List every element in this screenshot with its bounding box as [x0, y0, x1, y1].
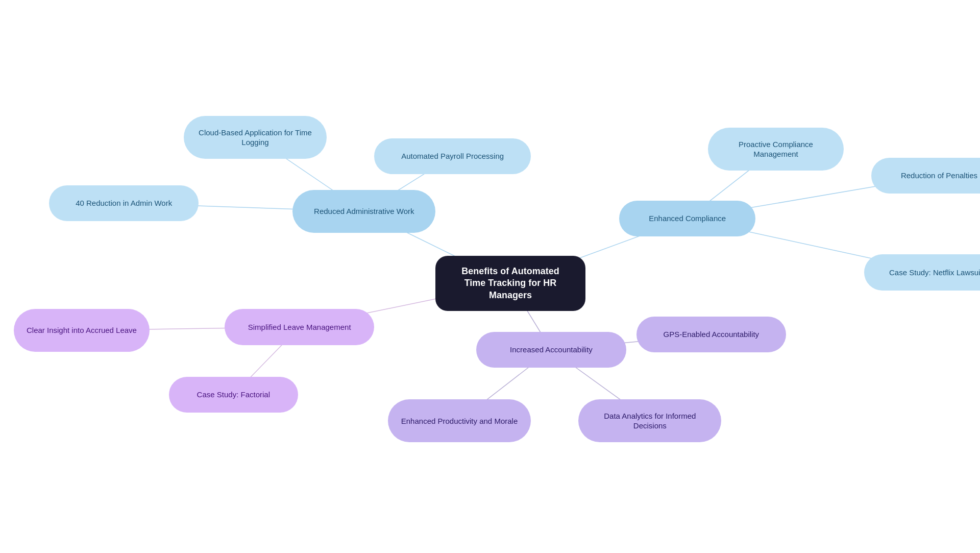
gps-enabled-node: GPS-Enabled Accountability — [636, 317, 786, 352]
enhanced-productivity-node: Enhanced Productivity and Morale — [388, 399, 531, 442]
reduction-penalties-node: Reduction of Penalties — [871, 158, 980, 194]
automated-payroll-node: Automated Payroll Processing — [374, 138, 531, 174]
enhanced-compliance-node: Enhanced Compliance — [619, 201, 755, 236]
40-reduction-node: 40 Reduction in Admin Work — [49, 185, 199, 221]
case-study-netflix-node: Case Study: Netflix Lawsuit — [864, 254, 980, 290]
simplified-leave-node: Simplified Leave Management — [225, 309, 374, 345]
proactive-compliance-node: Proactive Compliance Management — [708, 128, 844, 171]
increased-accountability-node: Increased Accountability — [476, 332, 626, 368]
clear-insight-node: Clear Insight into Accrued Leave — [14, 309, 150, 352]
reduced-admin-node: Reduced Administrative Work — [292, 190, 435, 233]
center-node: Benefits of Automated Time Tracking for … — [435, 256, 585, 311]
case-study-factorial-node: Case Study: Factorial — [169, 377, 298, 413]
mind-map: Benefits of Automated Time Tracking for … — [0, 0, 980, 553]
data-analytics-node: Data Analytics for Informed Decisions — [578, 399, 721, 442]
cloud-based-node: Cloud-Based Application for Time Logging — [184, 116, 327, 159]
